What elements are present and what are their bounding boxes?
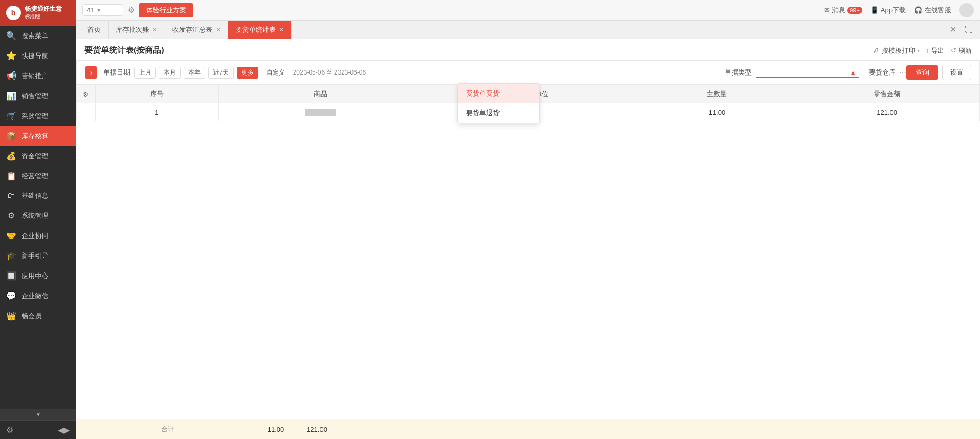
sidebar-item-enterprise[interactable]: 🤝 企业协同 [0,226,76,246]
app-download-label: App下载 [881,6,906,15]
tab-order-stats-label: 要货单统计表 [236,25,276,34]
tab-home[interactable]: 首页 [80,21,109,39]
maximize-icon[interactable]: ⛶ [961,24,976,35]
messages-badge: 99+ [847,7,862,14]
type-dropdown: 要货单要货 要货单退货 [457,83,540,123]
preset-last-month[interactable]: 上月 [134,67,156,79]
table-settings-header[interactable]: ⚙ [77,85,96,103]
date-range-display: 2023-05-06 至 2023-06-06 [293,68,366,77]
sidebar-item-label: 系统管理 [22,211,48,221]
app-name: 畅捷通好生意 [25,5,62,13]
wechat-icon: 💬 [6,291,16,301]
topbar-right: ✉ 消息 99+ 📱 App下载 🎧 在线客服 [824,3,974,17]
sidebar-item-label: 快捷导航 [22,51,48,61]
chevron-up-icon[interactable]: ▲ [850,69,857,76]
tab-close-icon[interactable]: ✕ [216,26,221,33]
dropdown-item-order-return[interactable]: 要货单退货 [458,103,539,123]
tab-inventory-batch[interactable]: 库存批次账 ✕ [109,21,165,39]
row-index-cell: 1 [96,103,219,121]
online-service-button[interactable]: 🎧 在线客服 [914,6,951,15]
close-window-icon[interactable]: ✕ [947,24,959,35]
sidebar-item-inventory[interactable]: 📦 库存核算 [0,126,76,146]
preset-last-7days[interactable]: 近7天 [208,67,234,79]
chevron-down-icon: ▾ [97,6,101,14]
box-icon: 📦 [6,131,16,141]
preset-this-year[interactable]: 本年 [184,67,205,79]
trial-industry-button[interactable]: 体验行业方案 [139,3,193,17]
settings-icon[interactable]: ⚙ [128,5,135,15]
handshake-icon: 🤝 [6,231,16,241]
print-icon: 🖨 [873,47,880,54]
tab-summary[interactable]: 收发存汇总表 ✕ [165,21,228,39]
filter-settings-button[interactable]: 设置 [942,65,971,80]
preset-custom[interactable]: 自定义 [262,67,289,78]
row-retail-cell: 121.00 [794,103,980,121]
collapse-icon[interactable]: ◀▶ [58,425,70,435]
sidebar-item-label: 库存核算 [22,132,48,141]
filter-expand-button[interactable]: › [85,66,97,79]
sidebar-bottom: ⚙ ◀▶ [0,420,76,439]
sidebar-item-label: 企业微信 [22,291,48,301]
sidebar-item-operations[interactable]: 📋 经营管理 [0,166,76,186]
app-edition: 标准版 [25,13,62,21]
table-col-product: 商品 [218,85,423,103]
print-label: 按模板打印 [882,46,915,56]
tab-home-label: 首页 [87,25,101,34]
crown-icon: 👑 [6,311,16,321]
sidebar-item-sales[interactable]: 📊 销售管理 [0,86,76,106]
sidebar-item-weixin[interactable]: 💬 企业微信 [0,286,76,306]
page-header: 要货单统计表(按商品) 🖨 按模板打印 ▾ ↑ 导出 ↺ 刷新 [76,39,980,60]
dropdown-item-order-goods[interactable]: 要货单要货 [458,84,539,103]
tabbar: 首页 库存批次账 ✕ 收发存汇总表 ✕ 要货单统计表 ✕ ✕ ⛶ [76,21,980,39]
print-button[interactable]: 🖨 按模板打印 ▾ [873,46,920,56]
preset-more[interactable]: 更多 [237,67,258,79]
tab-order-stats[interactable]: 要货单统计表 ✕ [228,21,292,39]
tab-close-icon[interactable]: ✕ [152,26,157,33]
sidebar: b 畅捷通好生意 标准版 🔍 搜索菜单 ⭐ 快捷导航 📢 营销推广 📊 销售管理… [0,0,76,439]
sidebar-item-quicknav[interactable]: ⭐ 快捷导航 [0,46,76,66]
date-presets: 上月 本月 本年 近7天 更多 [134,67,258,79]
sidebar-item-label: 资金管理 [22,152,48,161]
tab-summary-label: 收发存汇总表 [172,25,212,34]
refresh-button[interactable]: ↺ 刷新 [951,46,972,56]
sidebar-item-label: 经营管理 [22,172,48,181]
chevron-down-icon: ▼ [35,412,41,417]
type-filter-input[interactable] [756,67,859,78]
app-download-button[interactable]: 📱 App下载 [870,6,906,15]
settings-icon[interactable]: ⚙ [6,425,13,435]
sidebar-item-label: 采购管理 [22,112,48,121]
filter-warehouse-section: 要货仓库 ··· [869,68,906,77]
folder-icon: 🗂 [6,191,16,200]
clipboard-icon: 📋 [6,171,16,181]
messages-button[interactable]: ✉ 消息 99+ [824,6,862,15]
apps-icon: 🔲 [6,271,16,281]
sidebar-item-label: 营销推广 [22,71,48,81]
filter-more-icon[interactable]: ··· [900,68,906,77]
footer-retail-value: 121.00 [307,426,327,433]
footer-total-label: 合计 [161,425,174,433]
sidebar-item-finance[interactable]: 💰 资金管理 [0,146,76,166]
sidebar-item-purchase[interactable]: 🛒 采购管理 [0,106,76,126]
preset-this-month[interactable]: 本月 [159,67,181,79]
sidebar-item-basic-info[interactable]: 🗂 基础信息 [0,186,76,206]
query-button[interactable]: 查询 [906,65,938,80]
sidebar-item-member[interactable]: 👑 畅会员 [0,306,76,326]
messages-label: 消息 [832,6,845,15]
warehouse-filter-label: 要货仓库 [869,68,896,77]
sidebar-item-appcenter[interactable]: 🔲 应用中心 [0,266,76,286]
sidebar-item-search[interactable]: 🔍 搜索菜单 [0,26,76,46]
company-selector[interactable]: 41 ▾ [82,4,123,16]
sidebar-item-marketing[interactable]: 📢 营销推广 [0,66,76,86]
tab-close-icon[interactable]: ✕ [279,26,284,33]
sidebar-scroll-down[interactable]: ▼ [0,409,76,420]
export-label: 导出 [931,46,945,56]
sidebar-item-guide[interactable]: 🎓 新手引导 [0,246,76,266]
chart-icon: 📊 [6,91,16,101]
table-footer: 合计 11.00 121.00 [76,419,980,439]
sidebar-item-system[interactable]: ⚙ 系统管理 [0,206,76,226]
user-avatar[interactable] [959,3,974,17]
sidebar-item-label: 搜索菜单 [22,31,48,41]
row-settings-cell [77,103,96,121]
star-icon: ⭐ [6,51,16,61]
export-button[interactable]: ↑ 导出 [926,46,945,56]
